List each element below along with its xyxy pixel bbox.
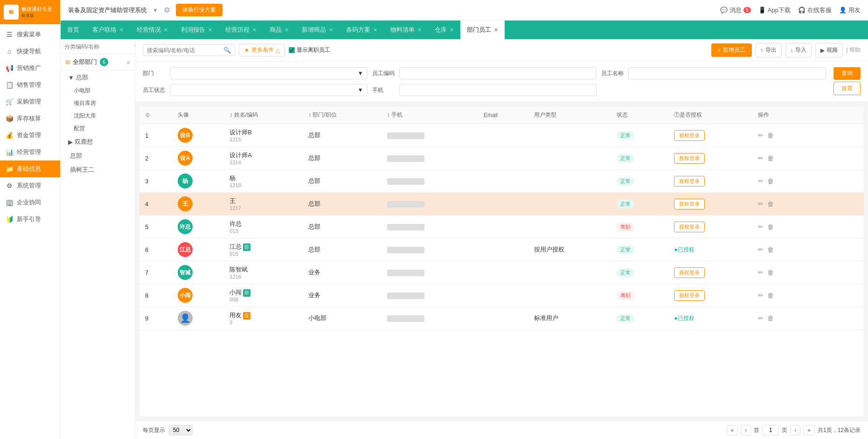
auth-login-button[interactable]: 授权登录 <box>674 267 705 278</box>
close-icon[interactable]: ✕ <box>450 27 454 33</box>
dept-select[interactable]: ▼ <box>170 67 368 79</box>
tree-child-project[interactable]: 项目库房 <box>61 97 135 110</box>
col-dept[interactable]: ↕ 部门/职位 <box>303 106 382 124</box>
edit-icon[interactable]: ✏ <box>758 292 764 299</box>
last-page-button[interactable]: » <box>803 425 815 435</box>
trial-button[interactable]: 体验行业方案 <box>176 4 222 16</box>
edit-icon[interactable]: ✏ <box>758 200 764 208</box>
close-icon[interactable]: ✕ <box>164 27 168 33</box>
col-name[interactable]: ↕ 姓名/编码 <box>224 106 303 124</box>
delete-icon[interactable]: 🗑 <box>767 154 774 162</box>
close-icon[interactable]: ✕ <box>417 27 422 33</box>
edit-icon[interactable]: ✏ <box>758 154 764 162</box>
close-icon[interactable]: ✕ <box>252 27 257 33</box>
auth-login-button[interactable]: 授权登录 <box>674 130 705 141</box>
delete-icon[interactable]: 🗑 <box>767 177 774 185</box>
set-button[interactable]: 设置 <box>833 82 861 95</box>
tree-node-chashuwang[interactable]: 插树王二 <box>61 163 135 177</box>
first-page-button[interactable]: « <box>727 425 738 435</box>
sidebar-item-guide[interactable]: 🔰 新手引导 <box>0 211 60 228</box>
sidebar-item-search[interactable]: ☰ 搜索菜单 <box>0 26 60 43</box>
tree-child-xiaodibu[interactable]: 小电部 <box>61 84 135 97</box>
edit-icon[interactable]: ✏ <box>758 223 764 230</box>
tab-newgoods[interactable]: 新增商品✕ <box>295 21 340 39</box>
close-icon[interactable]: ✕ <box>494 27 498 33</box>
employee-name-input[interactable] <box>628 67 826 79</box>
sidebar-item-marketing[interactable]: 📢 营销推广 <box>0 60 60 77</box>
delete-icon[interactable]: 🗑 <box>767 132 774 139</box>
edit-icon[interactable]: ✏ <box>758 132 764 139</box>
tab-barcode[interactable]: 条码方案✕ <box>340 21 384 39</box>
employee-search-input[interactable] <box>147 47 222 54</box>
help-btn[interactable]: | 帮助 <box>847 46 861 54</box>
tree-node-general[interactable]: ▼ 总部 <box>61 70 135 84</box>
auth-login-button[interactable]: 授权登录 <box>674 199 705 209</box>
delete-icon[interactable]: 🗑 <box>767 292 774 299</box>
message-btn[interactable]: 💬 消息 5 <box>720 6 751 14</box>
delete-icon[interactable]: 🗑 <box>767 246 774 253</box>
gear-icon[interactable]: ⚙ <box>164 6 170 14</box>
tree-child-peihe[interactable]: 配货 <box>61 122 135 135</box>
edit-icon[interactable]: ✏ <box>758 314 764 322</box>
sidebar-item-finance[interactable]: 💰 资金管理 <box>0 127 60 144</box>
tab-goods[interactable]: 商品✕ <box>263 21 295 39</box>
auth-login-button[interactable]: 授权登录 <box>674 153 705 164</box>
tree-child-shenyang[interactable]: 沈阳大库 <box>61 110 135 122</box>
app-download-btn[interactable]: 📱 App下载 <box>758 6 791 14</box>
settings-icon[interactable]: ⚙ <box>145 112 150 118</box>
col-setting[interactable]: ⚙ <box>139 106 172 124</box>
video-button[interactable]: ▶ 视频 <box>815 43 843 57</box>
edit-icon[interactable]: ✏ <box>758 177 764 185</box>
collapse-icon[interactable]: « <box>127 59 130 66</box>
tab-customer[interactable]: 客户联络✕ <box>86 21 130 39</box>
tab-process[interactable]: 经营历程✕ <box>219 21 263 39</box>
tree-search-input[interactable] <box>64 43 134 50</box>
close-icon[interactable]: ✕ <box>119 27 124 33</box>
tab-warehouse[interactable]: 仓库✕ <box>428 21 460 39</box>
auth-login-button[interactable]: 授权登录 <box>674 222 705 232</box>
phone-input[interactable] <box>399 84 597 96</box>
sidebar-item-purchase[interactable]: 🛒 采购管理 <box>0 93 60 110</box>
close-icon[interactable]: ✕ <box>373 27 377 33</box>
close-icon[interactable]: ✕ <box>208 27 212 33</box>
tab-home[interactable]: 首页 <box>61 21 86 39</box>
sidebar-item-system[interactable]: ⚙ 系统管理 <box>0 177 60 194</box>
sidebar-item-basic[interactable]: 📁 基础信息 <box>0 160 60 177</box>
page-number-input[interactable] <box>762 425 779 435</box>
sidebar-item-operation[interactable]: 📊 经营管理 <box>0 144 60 160</box>
employee-code-input[interactable] <box>399 67 597 79</box>
auth-login-button[interactable]: 授权登录 <box>674 290 705 301</box>
edit-icon[interactable]: ✏ <box>758 269 764 276</box>
status-select[interactable]: ▼ <box>170 84 368 96</box>
tree-node-shuanglu[interactable]: ▶ 双鹿想 <box>61 135 135 149</box>
more-conditions-btn[interactable]: ▼ 更多条件 △ <box>239 44 285 56</box>
next-page-button[interactable]: › <box>790 425 800 435</box>
per-page-select[interactable]: 50 100 <box>169 425 193 435</box>
import-button[interactable]: ↓ 导入 <box>785 43 812 57</box>
sidebar-item-sales[interactable]: 📋 销售管理 <box>0 77 60 93</box>
col-phone[interactable]: ↕ 手机 <box>382 106 478 124</box>
add-employee-button[interactable]: + 新增员工 <box>711 43 752 57</box>
delete-icon[interactable]: 🗑 <box>767 314 774 322</box>
tab-material[interactable]: 物料清单✕ <box>384 21 428 39</box>
tab-employee[interactable]: 部门员工✕ <box>460 21 505 39</box>
close-icon[interactable]: ✕ <box>329 27 333 33</box>
auth-login-button[interactable]: 授权登录 <box>674 176 705 187</box>
online-service-btn[interactable]: 🎧 在线客服 <box>798 6 832 14</box>
export-button[interactable]: ↑ 导出 <box>756 43 782 57</box>
delete-icon[interactable]: 🗑 <box>767 223 774 230</box>
delete-icon[interactable]: 🗑 <box>767 269 774 276</box>
delete-icon[interactable]: 🗑 <box>767 200 774 208</box>
tab-operation[interactable]: 经营情况✕ <box>130 21 174 39</box>
sidebar-item-inventory[interactable]: 📦 库存核算 <box>0 110 60 127</box>
tab-profit[interactable]: 利润报告✕ <box>174 21 219 39</box>
sidebar-item-company[interactable]: 🏢 企业协同 <box>0 194 60 211</box>
prev-page-button[interactable]: ‹ <box>741 425 751 435</box>
tree-node-zongbu[interactable]: 总部 <box>61 149 135 163</box>
sidebar-item-nav[interactable]: ⌂ 快捷导航 <box>0 43 60 60</box>
query-button[interactable]: 查询 <box>833 67 861 80</box>
edit-icon[interactable]: ✏ <box>758 246 764 253</box>
close-icon[interactable]: ✕ <box>285 27 289 33</box>
user-btn[interactable]: 👤 用友 <box>839 6 861 14</box>
resigned-checkbox-input[interactable] <box>289 47 295 53</box>
